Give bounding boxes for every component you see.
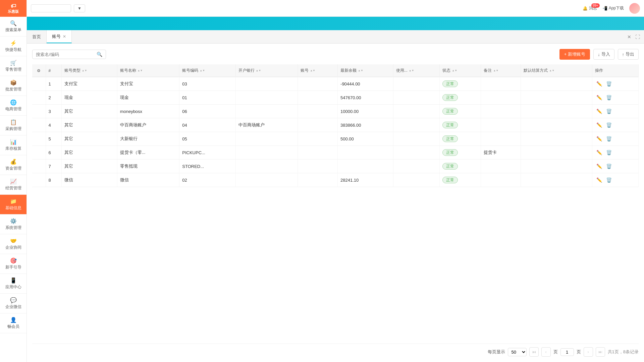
sidebar-item-app-center[interactable]: 📱 应用中心: [0, 274, 26, 294]
tabs-bar: 首页 账号 ✕ ✕ ⛶: [27, 30, 644, 44]
page-number-input[interactable]: [560, 348, 574, 356]
th-usage[interactable]: 使用... ▲▼: [393, 64, 439, 77]
sidebar-item-system-mgmt[interactable]: ⚙️ 系统管理: [0, 215, 26, 234]
page-size-select[interactable]: 50 20 100: [508, 348, 527, 356]
sidebar-item-purchase-mgmt[interactable]: 📋 采购管理: [0, 116, 26, 135]
edit-button-6[interactable]: ✏️: [595, 163, 603, 170]
cell-notes-4: [481, 132, 521, 146]
page-size-label: 每页显示: [488, 349, 505, 355]
th-index: #: [46, 64, 61, 77]
tab-account[interactable]: 账号 ✕: [47, 30, 72, 43]
tab-home-label: 首页: [32, 34, 41, 40]
basic-info-icon: 📁: [10, 198, 17, 204]
nav-dropdown-btn[interactable]: ▼: [74, 4, 85, 12]
system-icon: ⚙️: [10, 218, 17, 224]
add-account-button[interactable]: + 新增账号: [559, 49, 590, 60]
th-account[interactable]: 账号 ▲▼: [298, 64, 338, 77]
cell-type-7: 微信: [61, 173, 117, 187]
cell-account-4: [298, 132, 338, 146]
sidebar-item-search-menu[interactable]: 🔍 搜索菜单: [0, 17, 26, 37]
table-header: ⚙ # 账号类型 ▲▼ 账号名称 ▲▼: [32, 64, 639, 77]
guide-icon: 🎯: [10, 257, 17, 264]
messages-button[interactable]: 🔔 消息 99+: [583, 5, 597, 11]
sort-icon-name: ▲▼: [138, 69, 143, 72]
cell-usage-3: [393, 118, 439, 132]
table-header-row: ⚙ # 账号类型 ▲▼ 账号名称 ▲▼: [32, 64, 639, 77]
tab-close-icon[interactable]: ✕: [63, 34, 66, 39]
cell-balance-4: 500.00: [338, 132, 393, 146]
pagination-bar: 每页显示 50 20 100 ⏮ ‹ 页 页 › ⏭ 共1页，8条记录: [32, 344, 639, 357]
cell-bank-4: [235, 132, 298, 146]
cell-balance-3: 383866.00: [338, 118, 393, 132]
cell-actions-6: ✏️ 🗑️: [592, 160, 638, 173]
th-code-label: 账号编码: [182, 68, 198, 73]
cell-actions-7: ✏️ 🗑️: [592, 173, 638, 187]
prev-page-button[interactable]: ‹: [541, 347, 551, 357]
delete-button-3[interactable]: 🗑️: [605, 122, 613, 128]
cell-code-5: PICKUPC...: [179, 146, 235, 160]
cell-actions-2: ✏️ 🗑️: [592, 105, 638, 118]
cell-account-2: [298, 105, 338, 118]
table-row: 7 其它 零售抵现 STORED... 正常 ✏️ 🗑️: [32, 160, 639, 173]
table-row: 3 其它 moneybosx 06 10000.00 正常 ✏️ 🗑️: [32, 105, 639, 118]
edit-button-1[interactable]: ✏️: [595, 94, 603, 101]
sidebar-item-retail-mgmt[interactable]: 🛒 零售管理: [0, 56, 26, 76]
first-page-button[interactable]: ⏮: [529, 347, 539, 357]
delete-button-6[interactable]: 🗑️: [605, 163, 613, 170]
delete-button-5[interactable]: 🗑️: [605, 149, 613, 156]
edit-button-4[interactable]: ✏️: [595, 135, 603, 142]
sidebar-item-inventory-calc[interactable]: 📊 库存核算: [0, 135, 26, 155]
sidebar-item-new-guide[interactable]: 🎯 新手引导: [0, 254, 26, 274]
sidebar-item-basic-info[interactable]: 📁 基础信息: [0, 195, 26, 215]
cell-bank-3: 中百商场账户: [235, 118, 298, 132]
delete-button-4[interactable]: 🗑️: [605, 135, 613, 142]
delete-button-7[interactable]: 🗑️: [605, 177, 613, 183]
th-code[interactable]: 账号编码 ▲▼: [179, 64, 235, 77]
export-button[interactable]: ↑ 导出: [618, 49, 639, 60]
cell-type-2: 其它: [61, 105, 117, 118]
th-settlement[interactable]: 默认结算方式 ▲▼: [521, 64, 592, 77]
edit-button-3[interactable]: ✏️: [595, 122, 603, 128]
edit-button-5[interactable]: ✏️: [595, 149, 603, 156]
cell-bank-2: [235, 105, 298, 118]
tab-home[interactable]: 首页: [27, 30, 47, 43]
th-name[interactable]: 账号名称 ▲▼: [117, 64, 179, 77]
sidebar-item-enterprise-agreement[interactable]: 🤝 企业协同: [0, 234, 26, 254]
th-status[interactable]: 状态 ▲▼: [440, 64, 481, 77]
sidebar-item-member[interactable]: 👤 畅会员: [0, 313, 26, 333]
edit-button-7[interactable]: ✏️: [595, 177, 603, 183]
sidebar-item-quick-nav[interactable]: ⚡ 快捷导航: [0, 37, 26, 56]
th-settings[interactable]: ⚙: [32, 64, 46, 77]
cell-account-7: [298, 173, 338, 187]
th-balance[interactable]: 最新余额 ▲▼: [338, 64, 393, 77]
cell-account-6: [298, 160, 338, 173]
th-notes[interactable]: 备注 ▲▼: [481, 64, 521, 77]
nav-search-input[interactable]: [31, 4, 71, 12]
user-avatar[interactable]: [629, 3, 640, 14]
sort-icon-usage: ▲▼: [409, 69, 414, 72]
th-bank[interactable]: 开户银行 ▲▼: [235, 64, 298, 77]
tab-close-all-button[interactable]: ✕: [626, 34, 633, 40]
next-page-button[interactable]: ›: [584, 347, 593, 357]
sidebar-item-wholesale-mgmt[interactable]: 📦 批发管理: [0, 76, 26, 96]
edit-button-0[interactable]: ✏️: [595, 80, 603, 87]
th-type[interactable]: 账号类型 ▲▼: [61, 64, 117, 77]
cell-bank-5: [235, 146, 298, 160]
delete-button-2[interactable]: 🗑️: [605, 108, 613, 115]
sort-icon-code: ▲▼: [200, 69, 205, 72]
sidebar-item-fund-mgmt[interactable]: 💰 资金管理: [0, 155, 26, 175]
sidebar-item-ecommerce-mgmt[interactable]: 🌐 电商管理: [0, 96, 26, 116]
app-download-button[interactable]: 📲 App下载: [602, 5, 624, 11]
search-input[interactable]: [36, 52, 97, 57]
cell-settings-1: [32, 91, 46, 105]
sidebar-item-enterprise-wechat[interactable]: 💬 企业微信: [0, 294, 26, 313]
delete-button-0[interactable]: 🗑️: [605, 80, 613, 87]
import-button[interactable]: ↓ 导入: [593, 49, 614, 60]
tab-expand-button[interactable]: ⛶: [634, 34, 641, 40]
edit-button-2[interactable]: ✏️: [595, 108, 603, 115]
cell-status-0: 正常: [440, 77, 481, 91]
delete-button-1[interactable]: 🗑️: [605, 94, 613, 101]
last-page-button[interactable]: ⏭: [596, 347, 605, 357]
sidebar-item-operation-mgmt[interactable]: 📈 经营管理: [0, 175, 26, 195]
cell-settlement-6: [521, 160, 592, 173]
